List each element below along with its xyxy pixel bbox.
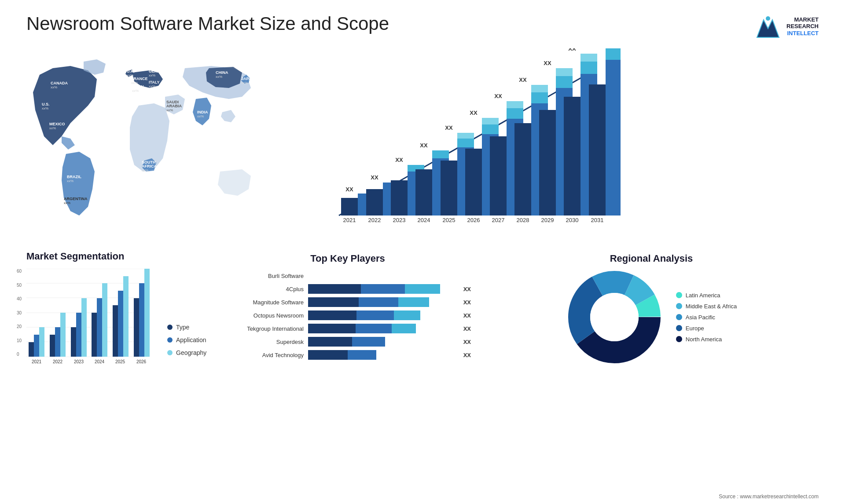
- bar-seg3-magnitude: [398, 297, 429, 307]
- svg-point-2: [766, 16, 770, 21]
- svg-rect-105: [39, 327, 44, 357]
- player-row-magnitude: Magnitude Software XX: [224, 297, 471, 307]
- svg-text:XX: XX: [494, 93, 502, 99]
- svg-rect-85: [564, 97, 580, 215]
- svg-rect-104: [34, 335, 39, 357]
- dot-europe: [676, 325, 682, 331]
- bar-seg1-octopus: [308, 310, 356, 320]
- svg-text:XX: XX: [371, 174, 378, 181]
- svg-text:2026: 2026: [467, 217, 480, 223]
- player-row-superdesk: Superdesk XX: [224, 337, 471, 347]
- svg-rect-112: [76, 313, 81, 357]
- svg-point-132: [590, 293, 639, 341]
- legend-application: Application: [167, 336, 206, 343]
- svg-rect-123: [134, 298, 139, 357]
- svg-text:xx%: xx%: [216, 75, 222, 79]
- svg-text:xx%: xx%: [149, 84, 155, 88]
- player-bar-burli: [308, 271, 464, 281]
- y-label-50: 50: [17, 283, 22, 288]
- svg-text:2024: 2024: [418, 217, 430, 223]
- svg-text:ARABIA: ARABIA: [166, 104, 182, 108]
- bar-seg2-octopus: [356, 310, 394, 320]
- svg-rect-79: [539, 110, 556, 215]
- svg-rect-87: [580, 62, 597, 74]
- svg-text:SPAIN: SPAIN: [132, 84, 144, 89]
- svg-text:FRANCE: FRANCE: [131, 77, 148, 81]
- svg-text:JAPAN: JAPAN: [241, 77, 254, 81]
- player-name-superdesk: Superdesk: [224, 339, 304, 345]
- player-name-avid: Avid Technology: [224, 352, 304, 358]
- player-bar-magnitude: [308, 297, 456, 307]
- svg-text:BRAZIL: BRAZIL: [67, 175, 81, 179]
- svg-text:2023: 2023: [74, 359, 84, 364]
- player-xx-avid: XX: [463, 352, 471, 358]
- bar-seg2-4cplus: [361, 284, 405, 294]
- svg-rect-125: [144, 269, 150, 357]
- player-bar-superdesk: [308, 337, 456, 347]
- svg-text:2022: 2022: [53, 359, 63, 364]
- bar-seg1-avid: [308, 350, 348, 360]
- dot-latin-america: [676, 292, 682, 298]
- svg-text:xx%: xx%: [49, 126, 56, 130]
- player-row-octopus: Octopus Newsroom XX: [224, 310, 471, 320]
- svg-text:XX: XX: [568, 48, 576, 52]
- logo-line2: RESEARCH: [786, 23, 819, 30]
- svg-rect-82: [556, 68, 573, 76]
- y-label-60: 60: [17, 269, 22, 274]
- svg-text:2023: 2023: [393, 217, 406, 223]
- player-xx-4cplus: XX: [463, 286, 471, 292]
- legend-dot-type: [167, 325, 173, 330]
- svg-text:CHINA: CHINA: [216, 70, 228, 75]
- svg-text:2021: 2021: [32, 359, 42, 364]
- svg-text:CANADA: CANADA: [51, 81, 68, 85]
- svg-text:INDIA: INDIA: [197, 110, 208, 114]
- player-bar-4cplus: [308, 284, 456, 294]
- svg-text:xx%: xx%: [241, 81, 248, 85]
- svg-text:2026: 2026: [136, 359, 147, 364]
- player-name-magnitude: Magnitude Software: [224, 299, 304, 306]
- svg-text:U.K.: U.K.: [127, 69, 135, 73]
- svg-text:xx%: xx%: [166, 108, 173, 112]
- svg-rect-69: [507, 108, 523, 119]
- legend-label-type: Type: [176, 324, 189, 331]
- svg-rect-120: [118, 291, 123, 357]
- header: Newsroom Software Market Size and Scope …: [26, 13, 819, 40]
- svg-rect-55: [441, 161, 457, 215]
- y-label-40: 40: [17, 296, 22, 301]
- svg-rect-64: [482, 118, 499, 124]
- svg-rect-91: [589, 84, 606, 215]
- players-title: Top Key Players: [224, 253, 471, 264]
- svg-text:XX: XX: [544, 60, 551, 66]
- regional-section: Regional Analysis: [484, 251, 819, 367]
- regional-legend: Latin America Middle East & Africa Asia …: [676, 292, 737, 343]
- bar-seg2-avid: [348, 350, 376, 360]
- svg-rect-111: [71, 327, 76, 357]
- bar-seg3-octopus: [394, 310, 420, 320]
- player-name-tekgroup: Tekgroup International: [224, 325, 304, 332]
- map-section: CANADA xx% U.S. xx% MEXICO xx% BRAZIL xx…: [26, 48, 299, 242]
- logo-line3: INTELLECT: [786, 30, 819, 37]
- svg-rect-107: [50, 335, 55, 357]
- svg-rect-109: [60, 313, 66, 357]
- player-bar-octopus: [308, 310, 456, 320]
- legend-latin-america: Latin America: [676, 292, 737, 299]
- player-bar-tekgroup: [308, 324, 456, 333]
- svg-text:AFRICA: AFRICA: [142, 164, 157, 168]
- bar-seg3-4cplus: [405, 284, 440, 294]
- segmentation-section: Market Segmentation 60 50 40 30 20 10 0: [26, 251, 211, 367]
- svg-rect-116: [97, 298, 102, 357]
- regional-donut-chart: [566, 269, 663, 365]
- svg-text:xx%: xx%: [142, 168, 148, 172]
- page-container: Newsroom Software Market Size and Scope …: [0, 0, 845, 504]
- svg-rect-76: [531, 85, 548, 92]
- svg-text:xx%: xx%: [67, 179, 73, 183]
- svg-rect-58: [457, 133, 474, 139]
- svg-rect-81: [556, 76, 573, 88]
- svg-rect-61: [465, 149, 482, 215]
- svg-rect-73: [514, 123, 531, 215]
- svg-rect-63: [482, 124, 499, 134]
- svg-text:xx%: xx%: [197, 114, 204, 118]
- svg-rect-41: [366, 189, 383, 215]
- svg-text:2028: 2028: [517, 217, 529, 223]
- player-row-burli: Burli Software: [224, 271, 471, 281]
